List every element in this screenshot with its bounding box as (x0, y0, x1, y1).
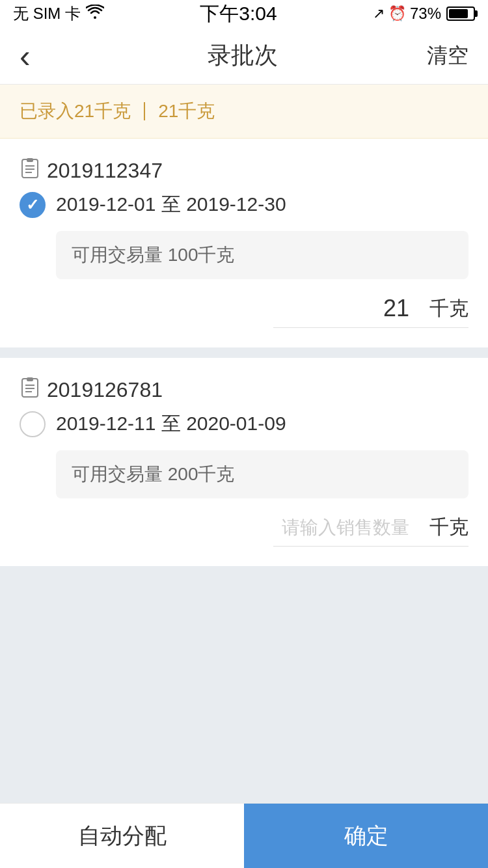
batch-2-header: 2019126781 (20, 377, 468, 403)
banner-divider (144, 102, 145, 120)
status-bar: 无 SIM 卡 下午3:04 ↗ ⏰ 73% (0, 0, 488, 27)
battery-percent: 73% (410, 5, 441, 23)
batch-1-date-row[interactable]: 2019-12-01 至 2019-12-30 (20, 191, 468, 218)
svg-rect-6 (27, 377, 33, 381)
back-button[interactable]: ‹ (20, 37, 59, 75)
batch-1-item: 2019112347 2019-12-01 至 2019-12-30 可用交易量… (0, 139, 488, 279)
status-left: 无 SIM 卡 (13, 3, 104, 24)
batch-1-header: 2019112347 (20, 158, 468, 183)
batch-2-section: 2019126781 2019-12-11 至 2020-01-09 可用交易量… (0, 358, 488, 566)
batch-2-date: 2019-12-11 至 2020-01-09 (56, 411, 286, 437)
page-title: 录批次 (208, 40, 278, 72)
batch-2-quantity-input[interactable] (237, 517, 419, 538)
status-right: ↗ ⏰ 73% (373, 5, 475, 23)
section-divider (0, 347, 488, 358)
batch-1-icon (20, 158, 40, 183)
batch-1-unit: 千克 (429, 295, 468, 322)
batch-2-date-row[interactable]: 2019-12-11 至 2020-01-09 (20, 411, 468, 437)
batch-2-id: 2019126781 (47, 378, 163, 402)
alarm-icon: ⏰ (388, 5, 406, 22)
batch-2-availability-text: 可用交易量 200千克 (72, 464, 235, 484)
batch-2-item: 2019126781 2019-12-11 至 2020-01-09 可用交易量… (0, 358, 488, 498)
batch-1-quantity-input[interactable] (341, 295, 419, 322)
batch-1-date: 2019-12-01 至 2019-12-30 (56, 191, 286, 218)
nav-bar: ‹ 录批次 清空 (0, 27, 488, 85)
recorded-amount-label: 已录入21千克 (20, 99, 131, 124)
batch-2-availability: 可用交易量 200千克 (56, 450, 468, 498)
svg-rect-1 (27, 158, 33, 162)
bottom-bar: 自动分配 确定 (0, 803, 488, 868)
batch-1-section: 2019112347 2019-12-01 至 2019-12-30 可用交易量… (0, 139, 488, 347)
status-time: 下午3:04 (200, 1, 277, 27)
batch-1-availability: 可用交易量 100千克 (56, 231, 468, 279)
clear-button[interactable]: 清空 (427, 42, 468, 70)
batch-1-radio[interactable] (20, 192, 46, 218)
batch-1-availability-text: 可用交易量 100千克 (72, 245, 235, 265)
batch-1-quantity-row: 千克 (0, 279, 488, 322)
info-banner: 已录入21千克 21千克 (0, 85, 488, 139)
battery-icon (446, 7, 475, 21)
recorded-amount-value: 21千克 (158, 99, 215, 124)
location-icon: ↗ (373, 5, 385, 22)
batch-1-id: 2019112347 (47, 159, 163, 183)
no-sim-text: 无 SIM 卡 (13, 3, 81, 24)
batch-2-unit: 千克 (429, 514, 468, 541)
wifi-icon (86, 5, 104, 23)
batch-2-icon (20, 377, 40, 403)
batch-2-radio[interactable] (20, 411, 46, 437)
auto-distribute-button[interactable]: 自动分配 (0, 804, 244, 868)
confirm-button[interactable]: 确定 (244, 804, 488, 868)
batch-2-quantity-row: 千克 (0, 498, 488, 541)
